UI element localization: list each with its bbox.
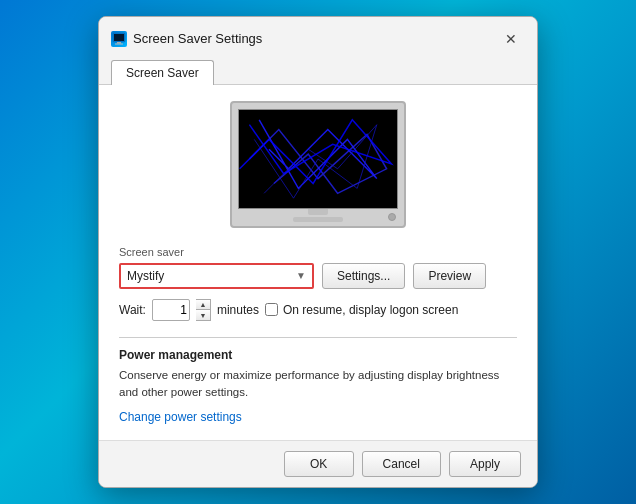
- tab-screen-saver[interactable]: Screen Saver: [111, 60, 214, 85]
- svg-rect-1: [114, 34, 124, 41]
- monitor-screen: [238, 109, 398, 209]
- dialog-icon: [111, 31, 127, 47]
- wait-spinner: ▲ ▼: [196, 299, 211, 321]
- screensaver-section-label: Screen saver: [119, 246, 517, 258]
- svg-rect-2: [117, 42, 121, 44]
- divider: [119, 337, 517, 338]
- logon-screen-label: On resume, display logon screen: [283, 303, 458, 317]
- monitor: [230, 101, 406, 228]
- preview-button[interactable]: Preview: [413, 263, 486, 289]
- dialog-content: Screen saver Mystify ▼ Settings... Previ…: [99, 85, 537, 441]
- cancel-button[interactable]: Cancel: [362, 451, 441, 477]
- wait-row: Wait: ▲ ▼ minutes On resume, display log…: [119, 299, 517, 321]
- apply-button[interactable]: Apply: [449, 451, 521, 477]
- tab-bar: Screen Saver: [99, 59, 537, 85]
- screensaver-dropdown-arrow: ▼: [296, 270, 306, 281]
- dialog-footer: OK Cancel Apply: [99, 440, 537, 487]
- spinner-up-button[interactable]: ▲: [196, 300, 210, 311]
- minutes-label: minutes: [217, 303, 259, 317]
- spinner-down-button[interactable]: ▼: [196, 310, 210, 320]
- monitor-base: [238, 209, 398, 222]
- close-button[interactable]: ✕: [497, 25, 525, 53]
- svg-rect-3: [115, 43, 123, 44]
- screensaver-selected-value: Mystify: [127, 269, 164, 283]
- ok-button[interactable]: OK: [284, 451, 354, 477]
- wait-label: Wait:: [119, 303, 146, 317]
- dialog-title: Screen Saver Settings: [133, 31, 262, 46]
- preview-area: [119, 101, 517, 228]
- screensaver-controls-row: Mystify ▼ Settings... Preview: [119, 263, 517, 289]
- settings-button[interactable]: Settings...: [322, 263, 405, 289]
- logon-screen-wrap: On resume, display logon screen: [265, 303, 458, 317]
- monitor-power-dot: [388, 213, 396, 221]
- logon-screen-checkbox[interactable]: [265, 303, 278, 316]
- power-management-section: Power management Conserve energy or maxi…: [119, 348, 517, 425]
- wait-input[interactable]: [152, 299, 190, 321]
- change-power-settings-link[interactable]: Change power settings: [119, 410, 242, 424]
- power-section-title: Power management: [119, 348, 517, 362]
- mystify-animation: [239, 110, 397, 208]
- title-bar-left: Screen Saver Settings: [111, 31, 262, 47]
- power-section-description: Conserve energy or maximize performance …: [119, 367, 517, 402]
- title-bar: Screen Saver Settings ✕: [99, 17, 537, 59]
- screensaver-select[interactable]: Mystify ▼: [119, 263, 314, 289]
- screen-saver-dialog: Screen Saver Settings ✕ Screen Saver: [98, 16, 538, 489]
